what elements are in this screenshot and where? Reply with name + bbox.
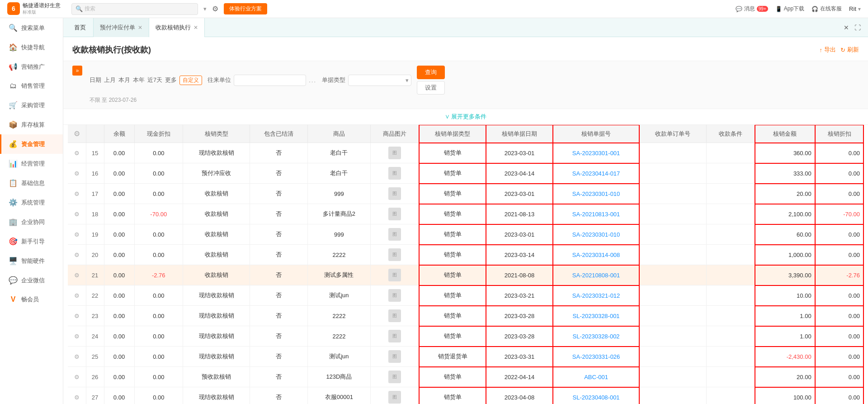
- sidebar-item-finance[interactable]: 💰 资金管理: [0, 134, 63, 154]
- cell-doc-no[interactable]: SA-20230321-012: [553, 285, 639, 306]
- tab-home[interactable]: 首页: [67, 18, 94, 37]
- doc-no-link[interactable]: SA-20210808-001: [572, 272, 620, 279]
- cell-product: 老白干: [307, 143, 370, 163]
- sidebar-item-hardware[interactable]: 🖥️ 智能硬件: [0, 251, 63, 271]
- messages-btn[interactable]: 💬 消息 99+: [736, 5, 768, 13]
- doc-no-link[interactable]: SL-20230408-001: [573, 394, 620, 401]
- logo-text-block: 畅捷通谱好生意 标准版: [23, 2, 61, 15]
- sidebar-item-operations[interactable]: 📊 经营管理: [0, 154, 63, 173]
- date-this-month[interactable]: 本月: [118, 76, 130, 84]
- maximize-icon[interactable]: ⛶: [854, 24, 861, 31]
- doc-no-link[interactable]: SA-20230301-001: [572, 150, 620, 157]
- doc-no-link[interactable]: ABC-001: [584, 374, 608, 380]
- row-settings-icon[interactable]: ⚙: [74, 374, 80, 380]
- app-download-btn[interactable]: 📱 App下载: [775, 5, 804, 13]
- company-label: 往来单位: [208, 76, 231, 84]
- table-row: ⚙ 27 0.00 0.00 现结收款核销 否 衣服00001 图 销货单 20…: [68, 387, 863, 404]
- cell-writeoff-type: 收款核销: [183, 204, 250, 224]
- date-custom-btn[interactable]: 自定义: [179, 76, 202, 85]
- sidebar-item-corp[interactable]: 🏢 企业协同: [0, 212, 63, 232]
- doctype-select[interactable]: [348, 75, 411, 86]
- sidebar-item-system[interactable]: ⚙️ 系统管理: [0, 193, 63, 212]
- cell-seq: 16: [86, 163, 104, 184]
- expand-conditions-btn[interactable]: ∨ 展开更多条件: [63, 109, 868, 125]
- row-settings-icon[interactable]: ⚙: [74, 394, 80, 401]
- industry-btn[interactable]: 体验行业方案: [224, 3, 267, 14]
- cell-doc-no[interactable]: SA-20210808-001: [553, 265, 639, 285]
- row-settings-icon[interactable]: ⚙: [74, 150, 80, 157]
- cell-doc-no[interactable]: SA-20230301-010: [553, 184, 639, 204]
- company-input[interactable]: [234, 75, 306, 86]
- cell-product: 测试jun: [307, 347, 370, 367]
- cell-doc-no[interactable]: SA-20210813-001: [553, 204, 639, 224]
- settings-btn[interactable]: 设置: [417, 81, 445, 95]
- sidebar-item-wechat[interactable]: 💬 企业微信: [0, 271, 63, 290]
- sidebar-item-search[interactable]: 🔍 搜索菜单: [0, 18, 63, 38]
- tab-writeoff[interactable]: 收款核销执行 ✕: [149, 18, 205, 37]
- doc-no-link[interactable]: SA-20230301-010: [572, 231, 620, 238]
- cell-product: 多计量商品2: [307, 204, 370, 224]
- cell-writeoff-amount: 60.00: [755, 224, 816, 245]
- settings-icon[interactable]: ⚙: [212, 5, 218, 13]
- doc-no-link[interactable]: SA-20230414-017: [572, 170, 620, 177]
- cell-doc-no[interactable]: SL-20230408-001: [553, 387, 639, 404]
- doc-no-link[interactable]: SA-20230321-012: [572, 292, 620, 299]
- doc-no-link[interactable]: SA-20210813-001: [572, 211, 620, 218]
- row-settings-icon[interactable]: ⚙: [74, 231, 80, 238]
- row-settings-icon[interactable]: ⚙: [74, 211, 80, 218]
- sidebar-item-purchase[interactable]: 🛒 采购管理: [0, 95, 63, 115]
- top-bar: 6 畅捷通谱好生意 标准版 🔍 搜索 ▾ ⚙ 体验行业方案 💬 消息 99+ 📱…: [0, 0, 868, 18]
- sidebar-item-shortcut[interactable]: 🏠 快捷导航: [0, 38, 63, 57]
- global-search[interactable]: 🔍 搜索: [71, 3, 198, 15]
- date-7days[interactable]: 近7天: [147, 76, 162, 84]
- cell-doc-no[interactable]: ABC-001: [553, 367, 639, 387]
- cell-doc-no[interactable]: SA-20230301-010: [553, 224, 639, 245]
- doc-no-link[interactable]: SL-20230328-001: [573, 313, 620, 319]
- tab-prepay-close-icon[interactable]: ✕: [138, 24, 142, 31]
- date-more[interactable]: 更多: [165, 76, 177, 84]
- doc-no-link[interactable]: SA-20230314-008: [572, 252, 620, 258]
- row-settings-icon[interactable]: ⚙: [74, 292, 80, 299]
- cell-doc-no[interactable]: SL-20230328-002: [553, 326, 639, 347]
- close-window-icon[interactable]: ✕: [844, 24, 849, 31]
- doc-no-link[interactable]: SA-20230301-010: [572, 190, 620, 197]
- tab-prepay[interactable]: 预付冲应付单 ✕: [94, 18, 149, 37]
- sidebar-item-guide[interactable]: 🎯 新手引导: [0, 232, 63, 251]
- cell-seq: 15: [86, 143, 104, 163]
- cell-settings: ⚙: [68, 265, 86, 285]
- col-settings-gear-icon[interactable]: ⚙: [74, 130, 80, 138]
- filter-expand-btn[interactable]: »: [72, 66, 82, 76]
- cell-writeoff-amount: 3,390.00: [755, 265, 816, 285]
- row-settings-icon[interactable]: ⚙: [74, 170, 80, 177]
- doc-no-link[interactable]: SA-20230331-026: [572, 353, 620, 360]
- refresh-btn[interactable]: ↻ 刷新: [840, 46, 859, 54]
- sidebar-item-member[interactable]: V 畅会员: [0, 290, 63, 309]
- dropdown-arrow-icon[interactable]: ▾: [203, 5, 207, 12]
- cell-receipt-order: [639, 265, 706, 285]
- row-settings-icon[interactable]: ⚙: [74, 313, 80, 319]
- sidebar-item-sales[interactable]: 🗂 销售管理: [0, 76, 63, 95]
- date-this-year[interactable]: 本年: [133, 76, 145, 84]
- cell-doc-no[interactable]: SL-20230328-001: [553, 306, 639, 326]
- export-btn[interactable]: ↑ 导出: [820, 46, 836, 54]
- cell-doc-no[interactable]: SA-20230414-017: [553, 163, 639, 184]
- tab-writeoff-close-icon[interactable]: ✕: [193, 24, 198, 31]
- date-last-month[interactable]: 上月: [104, 76, 116, 84]
- filter-dots[interactable]: ...: [309, 77, 316, 84]
- doctype-label: 单据类型: [322, 76, 345, 84]
- sidebar-item-marketing[interactable]: 📢 营销推广: [0, 57, 63, 76]
- sidebar-item-inventory[interactable]: 📦 库存核算: [0, 115, 63, 134]
- row-settings-icon[interactable]: ⚙: [74, 190, 80, 197]
- cell-doc-no[interactable]: SA-20230314-008: [553, 245, 639, 265]
- query-btn[interactable]: 查询: [417, 66, 445, 79]
- doc-no-link[interactable]: SL-20230328-002: [573, 333, 620, 340]
- row-settings-icon[interactable]: ⚙: [74, 353, 80, 360]
- row-settings-icon[interactable]: ⚙: [74, 252, 80, 258]
- sidebar-item-basic[interactable]: 📋 基础信息: [0, 173, 63, 193]
- row-settings-icon[interactable]: ⚙: [74, 272, 80, 279]
- online-service-btn[interactable]: 🎧 在线客服: [811, 5, 842, 13]
- cell-doc-no[interactable]: SA-20230301-001: [553, 143, 639, 163]
- cell-doc-no[interactable]: SA-20230331-026: [553, 347, 639, 367]
- row-settings-icon[interactable]: ⚙: [74, 333, 80, 340]
- user-btn[interactable]: Rit ▾: [849, 5, 861, 12]
